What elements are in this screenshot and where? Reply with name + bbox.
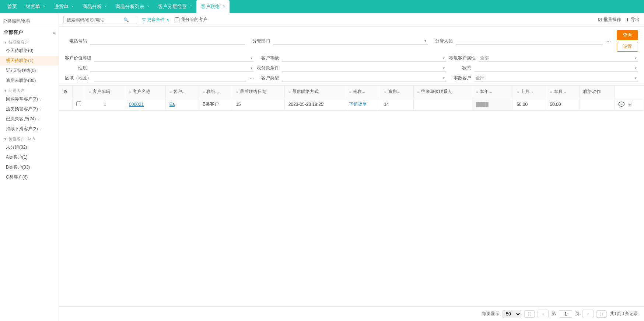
status-select[interactable] <box>474 65 638 71</box>
next-page-btn[interactable]: ＞ <box>582 310 594 318</box>
row-this-month <box>579 98 614 111</box>
first-page-btn[interactable]: ⟨⟨ <box>524 310 535 318</box>
filter-customer-type: 客户类型 ▾ <box>257 75 446 82</box>
toolbar-search-container: 🔍 <box>63 16 137 24</box>
sidebar-item-tomorrow-contact[interactable]: 明天待联络(1) <box>0 56 59 66</box>
customer-level-label: 客户等级 <box>257 55 279 61</box>
sidebar-item-ungrouped[interactable]: 未分组(32) <box>0 142 59 152</box>
sidebar-item-today-contact[interactable]: 今天待联络(0) <box>0 46 59 56</box>
col-unit-contact[interactable]: 往来单位联系人 <box>413 86 472 98</box>
col-this-month[interactable]: 本月... <box>546 86 579 98</box>
filter-chevron-icon: ∧ <box>166 17 169 23</box>
page-input[interactable] <box>559 310 572 318</box>
sidebar-item-week-contact[interactable]: 近7天待联络(0) <box>0 66 59 76</box>
batch-operations-btn[interactable]: ☑ 批量操作 <box>598 17 621 23</box>
per-page-select[interactable]: 50 100 200 <box>503 310 521 318</box>
sidebar: 🔍 全部客户 « ▼ 待联络客户 今天待联络(0) 明天待联络(1) 近7天待联… <box>0 13 59 321</box>
dept-select[interactable] <box>273 38 428 44</box>
filter-dept: 分管部门 ▾ <box>248 38 428 45</box>
retail-customer-select[interactable]: 全部 <box>474 75 638 81</box>
col-contact-count[interactable]: 联络... <box>199 86 232 98</box>
payment-select[interactable] <box>282 65 446 71</box>
manager-more-icon[interactable]: ··· <box>606 38 611 44</box>
value-customers-refresh-icon[interactable]: ↻ <box>28 137 31 141</box>
col-last-contact-date[interactable]: 最后联络日期 <box>232 86 285 98</box>
sidebar-item-churned[interactable]: 已流失客户(24) ? <box>0 114 59 124</box>
row-last-contact-date: 2023-05-23 18:25: <box>284 98 345 111</box>
waiting-contact-group: ▼ 待联络客户 <box>0 37 59 46</box>
row-action-comment-icon[interactable]: 💬 <box>618 101 624 107</box>
col-overdue[interactable]: 逾期... <box>380 86 413 98</box>
retail-attr-select[interactable]: 全部 <box>479 55 638 61</box>
row-last-contact-method[interactable]: 下销货单 <box>345 98 380 111</box>
nav-customer-tier-close[interactable]: × <box>190 0 192 13</box>
col-category[interactable]: 客户... <box>165 86 199 98</box>
churned-help-icon[interactable]: ? <box>37 117 39 121</box>
my-customers-checkbox-container[interactable]: 我分管的客户 <box>175 17 207 23</box>
row-checkbox[interactable] <box>76 101 81 106</box>
customer-level-select[interactable] <box>282 55 446 61</box>
filter-customer-level: 客户等级 ▾ <box>257 55 446 62</box>
col-last-contact-method[interactable]: 最后联络方式 <box>284 86 345 98</box>
col-name[interactable]: 客户名称 <box>125 86 166 98</box>
nav-product-analysis-list[interactable]: 商品分析列表 × <box>111 0 154 13</box>
nav-product-analysis[interactable]: 商品分析 × <box>78 0 111 13</box>
declining-help-icon[interactable]: ? <box>39 127 42 131</box>
col-this-year[interactable]: 本年... <box>472 86 512 98</box>
nav-home[interactable]: 首页 <box>3 0 21 13</box>
sidebar-item-class-a[interactable]: A类客户(1) <box>0 152 59 162</box>
area-more-icon[interactable]: ··· <box>250 75 254 81</box>
toolbar-search-input[interactable] <box>67 17 122 23</box>
nav-customer-tier[interactable]: 客户分层经营 × <box>154 0 196 13</box>
filter-panel: 电话号码 分管部门 ▾ 分管人员 ··· <box>59 27 644 86</box>
nav-sales[interactable]: 销货单 × <box>21 0 50 13</box>
sidebar-item-repurchase-abnormal[interactable]: 回购异常客户(2) ? <box>0 94 59 104</box>
table-header-row: ⚙ 客户编码 客户名称 客户... 联络... 最后联络日期 最后联络方式 未联… <box>59 86 644 98</box>
repurchase-abnormal-help-icon[interactable]: ? <box>39 97 42 101</box>
gender-label: 性质 <box>65 65 87 71</box>
my-customers-checkbox[interactable] <box>175 17 179 22</box>
nav-purchase[interactable]: 进货单 × <box>50 0 78 13</box>
toolbar-search-icon[interactable]: 🔍 <box>123 17 129 23</box>
sidebar-item-class-b[interactable]: B类客户(33) <box>0 162 59 172</box>
col-last-month[interactable]: 上月... <box>513 86 546 98</box>
sidebar-search-input[interactable] <box>3 18 58 24</box>
filter-customer-value: 客户价值等级 ▾ <box>65 55 254 62</box>
nav-customer-contact-close[interactable]: × <box>223 0 225 13</box>
sidebar-item-churn-warning[interactable]: 流失预警客户(3) ? <box>0 104 59 114</box>
manager-input[interactable] <box>456 37 603 44</box>
value-customers-edit-icon[interactable]: ✎ <box>32 137 36 141</box>
sidebar-item-declining[interactable]: 持续下滑客户(2) ? <box>0 124 59 134</box>
col-action: 联络动作 <box>579 86 614 98</box>
area-input[interactable] <box>94 75 246 82</box>
gender-select[interactable] <box>90 65 254 71</box>
customer-value-select[interactable] <box>94 55 254 61</box>
customer-type-select[interactable] <box>282 75 446 81</box>
row-name[interactable]: Ea <box>165 98 199 111</box>
col-uncontacted[interactable]: 未联... <box>345 86 380 98</box>
prev-page-btn[interactable]: ＜ <box>538 310 549 318</box>
nav-purchase-close[interactable]: × <box>71 0 74 13</box>
row-code[interactable]: 000021 <box>125 98 166 111</box>
sidebar-collapse-icon[interactable]: « <box>53 30 55 35</box>
sidebar-item-class-c[interactable]: C类客户(6) <box>0 172 59 182</box>
filter-area: 区域（地区） ··· <box>65 75 254 82</box>
sidebar-item-overdue-contact[interactable]: 逾期未联络(30) <box>0 76 59 86</box>
set-btn[interactable]: 设置 <box>617 42 638 52</box>
nav-product-analysis-close[interactable]: × <box>105 0 107 13</box>
pagination-bar: 每页显示 50 100 200 ⟨⟨ ＜ 第 页 ＞ ⟩⟩ 共1页 1条记录 <box>59 306 644 321</box>
nav-product-analysis-list-close[interactable]: × <box>147 0 150 13</box>
col-code[interactable]: 客户编码 <box>85 86 125 98</box>
waiting-contact-label: 待联络客户 <box>8 39 29 45</box>
nav-customer-contact[interactable]: 客户联络 × <box>196 0 230 13</box>
query-btn[interactable]: 查询 <box>617 30 638 40</box>
row-action-grid-icon[interactable]: ⊞ <box>627 101 632 107</box>
churn-warning-help-icon[interactable]: ? <box>39 107 42 111</box>
phone-input[interactable] <box>90 38 245 45</box>
nav-sales-close[interactable]: × <box>43 0 45 13</box>
col-settings[interactable]: ⚙ <box>59 86 72 98</box>
last-page-btn[interactable]: ⟩⟩ <box>596 310 607 318</box>
more-filters-btn[interactable]: ▽ 更多条件 ∧ <box>140 15 172 24</box>
export-btn[interactable]: ⬆ 导出 <box>626 17 640 23</box>
value-customers-triangle: ▼ <box>4 137 7 141</box>
